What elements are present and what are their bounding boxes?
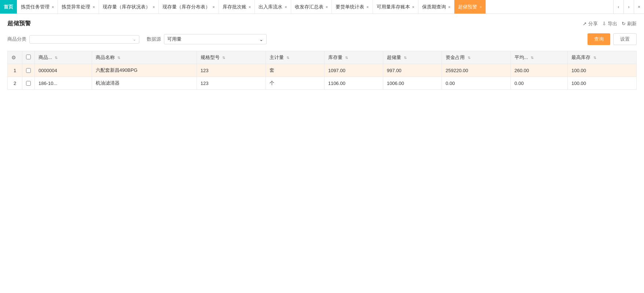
col-code-label: 商品... <box>39 55 52 60</box>
refresh-label: 刷新 <box>627 21 637 27</box>
row-avg: 0.00 <box>511 77 568 90</box>
category-arrow-icon: ⌄ <box>133 37 136 42</box>
col-header-maxstock[interactable]: 最高库存 ⇅ <box>568 51 637 64</box>
tab-close-icon[interactable]: × <box>412 5 414 9</box>
tab-close-icon[interactable]: × <box>92 5 95 9</box>
datasource-arrow-icon: ⌄ <box>259 37 263 42</box>
category-select[interactable]: ⌄ <box>29 35 139 44</box>
row-maxstock: 100.00 <box>568 77 637 90</box>
filter-actions: 查询 设置 <box>588 33 637 45</box>
datasource-filter-group: 数据源 可用量 ⌄ <box>147 34 267 44</box>
datasource-value: 可用量 <box>167 36 182 42</box>
share-button[interactable]: ➚ 分享 <box>583 21 598 27</box>
tab-close-icon[interactable]: × <box>249 5 251 9</box>
col-name-sort-icon: ⇅ <box>117 56 120 60</box>
select-all-checkbox[interactable] <box>26 55 31 59</box>
tab-label: 拣货任务管理 <box>21 4 50 10</box>
tab-close-icon[interactable]: × <box>52 5 54 9</box>
nav-next-btn[interactable]: › <box>623 0 634 14</box>
col-header-avg[interactable]: 平均... ⇅ <box>511 51 568 64</box>
tab-label: 库存批次账 <box>223 4 246 10</box>
tab-label: 现存量（库存状况表） <box>103 4 150 10</box>
row-name: 机油滤清器 <box>92 77 197 90</box>
col-spec-sort-icon: ⇅ <box>222 56 225 60</box>
nav-tab[interactable]: 超储预警× <box>454 0 486 14</box>
row-stock: 1106.00 <box>324 77 383 90</box>
row-stock: 1097.00 <box>324 64 383 77</box>
nav-tab[interactable]: 要货单统计表× <box>332 0 373 14</box>
col-header-settings[interactable]: ⚙ <box>8 51 22 64</box>
share-icon: ➚ <box>583 21 587 26</box>
filter-row: 商品分类 ⌄ 数据源 可用量 ⌄ 查询 设置 <box>7 33 637 45</box>
topbar: 首页 拣货任务管理×拣货异常处理×现存量（库存状况表）×现存量（库存分布表）×库… <box>0 0 644 14</box>
export-button[interactable]: ⇩ 导出 <box>602 21 617 27</box>
row-unit: 个 <box>266 77 324 90</box>
col-header-code[interactable]: 商品... ⇅ <box>35 51 92 64</box>
col-header-checkbox[interactable] <box>22 51 35 64</box>
nav-tab[interactable]: 保质期查询× <box>418 0 454 14</box>
col-avg-label: 平均... <box>515 55 528 60</box>
page-header: 超储预警 ➚ 分享 ⇩ 导出 ↻ 刷新 <box>7 20 637 27</box>
datasource-label: 数据源 <box>147 36 161 42</box>
refresh-button[interactable]: ↻ 刷新 <box>622 21 637 27</box>
row-checkbox[interactable] <box>26 68 31 73</box>
settings-button[interactable]: 设置 <box>613 33 637 45</box>
page-title: 超储预警 <box>7 20 31 27</box>
nav-prev-btn[interactable]: ‹ <box>613 0 623 14</box>
row-checkbox[interactable] <box>26 81 31 86</box>
col-overflow-sort-icon: ⇅ <box>404 56 407 60</box>
col-overflow-label: 超储量 <box>387 55 401 60</box>
export-label: 导出 <box>608 21 617 27</box>
row-checkbox-cell[interactable] <box>22 77 35 90</box>
table-row: 1 0000004 六配套新昌490BPG 123 套 1097.00 997.… <box>8 64 637 77</box>
settings-gear-icon[interactable]: ⚙ <box>11 55 16 60</box>
row-overflow: 997.00 <box>383 64 442 77</box>
col-header-spec[interactable]: 规格型号 ⇅ <box>197 51 266 64</box>
tab-close-icon[interactable]: × <box>479 5 482 9</box>
tab-label: 收发存汇总表 <box>295 4 323 10</box>
row-index: 2 <box>8 77 22 90</box>
col-unit-sort-icon: ⇅ <box>286 56 289 60</box>
tab-close-icon[interactable]: × <box>212 5 215 9</box>
nav-tab[interactable]: 库存批次账× <box>219 0 255 14</box>
nav-tab[interactable]: 可用量库存账本× <box>373 0 418 14</box>
tab-close-icon[interactable]: × <box>153 5 155 9</box>
row-maxstock: 100.00 <box>568 64 637 77</box>
tab-label: 现存量（库存分布表） <box>162 4 210 10</box>
tab-close-icon[interactable]: × <box>326 5 328 9</box>
tab-close-icon[interactable]: × <box>285 5 287 9</box>
tab-label: 出入库流水 <box>259 4 282 10</box>
row-code: 0000004 <box>35 64 92 77</box>
home-tab[interactable]: 首页 <box>0 0 17 14</box>
query-button[interactable]: 查询 <box>588 33 610 45</box>
nav-tab[interactable]: 拣货异常处理× <box>58 0 99 14</box>
nav-tab[interactable]: 拣货任务管理× <box>17 0 58 14</box>
category-filter-group: 商品分类 ⌄ <box>7 35 139 44</box>
data-table: ⚙ 商品... ⇅ 商品名称 ⇅ 规格型号 ⇅ 主计量 <box>7 51 637 90</box>
nav-close-btn[interactable]: × <box>634 0 644 14</box>
nav-tab[interactable]: 出入库流水× <box>255 0 291 14</box>
col-header-overflow[interactable]: 超储量 ⇅ <box>383 51 442 64</box>
col-header-capital[interactable]: 资金占用 ⇅ <box>442 51 511 64</box>
nav-tab[interactable]: 现存量（库存分布表）× <box>159 0 219 14</box>
table-row: 2 186-10... 机油滤清器 123 个 1106.00 1006.00 … <box>8 77 637 90</box>
table-header-row: ⚙ 商品... ⇅ 商品名称 ⇅ 规格型号 ⇅ 主计量 <box>8 51 637 64</box>
row-overflow: 1006.00 <box>383 77 442 90</box>
row-unit: 套 <box>266 64 324 77</box>
datasource-select[interactable]: 可用量 ⌄ <box>164 34 267 44</box>
tab-label: 超储预警 <box>458 4 477 10</box>
col-maxstock-label: 最高库存 <box>571 55 590 60</box>
col-header-name[interactable]: 商品名称 ⇅ <box>92 51 197 64</box>
tab-close-icon[interactable]: × <box>366 5 369 9</box>
col-header-unit[interactable]: 主计量 ⇅ <box>266 51 324 64</box>
col-code-sort-icon: ⇅ <box>55 56 58 60</box>
row-checkbox-cell[interactable] <box>22 64 35 77</box>
row-index: 1 <box>8 64 22 77</box>
tab-close-icon[interactable]: × <box>448 5 450 9</box>
col-header-stock[interactable]: 库存量 ⇅ <box>324 51 383 64</box>
nav-tab[interactable]: 收发存汇总表× <box>291 0 332 14</box>
nav-tab[interactable]: 现存量（库存状况表）× <box>99 0 159 14</box>
row-avg: 260.00 <box>511 64 568 77</box>
col-capital-sort-icon: ⇅ <box>468 56 471 60</box>
home-label: 首页 <box>4 4 13 10</box>
